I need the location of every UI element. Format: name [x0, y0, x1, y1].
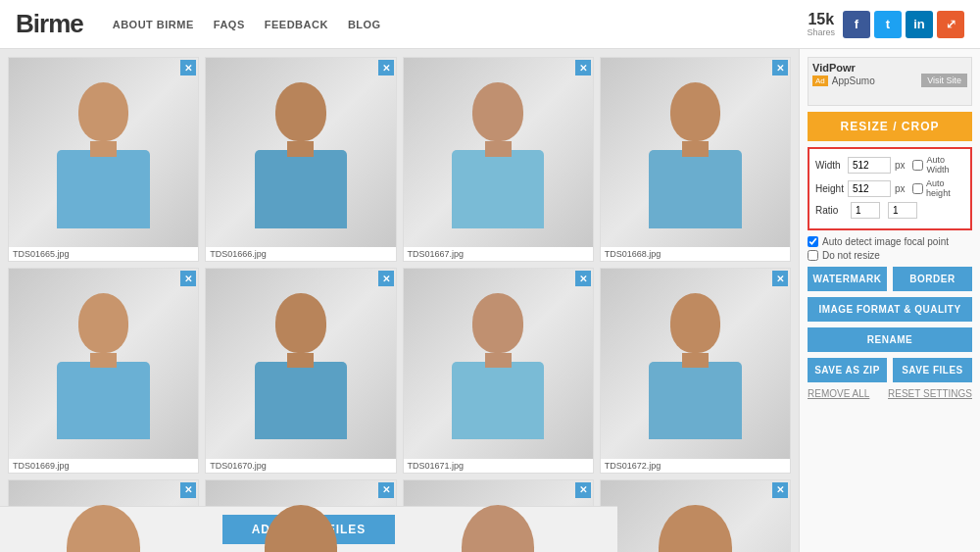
- width-input[interactable]: [848, 157, 891, 174]
- save-row: SAVE AS ZIP SAVE FILES: [808, 358, 972, 382]
- shares-label: Shares: [807, 27, 835, 37]
- logo[interactable]: Birme: [16, 9, 83, 39]
- visit-site-button[interactable]: Visit Site: [921, 74, 967, 87]
- image-cell[interactable]: ✕ TDS01670.jpg: [205, 268, 396, 473]
- link-row: REMOVE ALL RESET SETTINGS: [808, 388, 972, 399]
- remove-image-button[interactable]: ✕: [575, 60, 591, 75]
- image-cell[interactable]: ✕ TDS01665.jpg: [8, 57, 199, 262]
- remove-image-button[interactable]: ✕: [772, 271, 788, 286]
- image-filename: TDS01671.jpg: [404, 459, 593, 473]
- remove-image-button[interactable]: ✕: [772, 482, 788, 498]
- auto-detect-option[interactable]: Auto detect image focal point: [808, 236, 972, 247]
- image-filename: TDS01668.jpg: [601, 247, 790, 261]
- remove-image-button[interactable]: ✕: [180, 271, 196, 286]
- image-cell[interactable]: ✕ TDS01668.jpg: [600, 57, 791, 262]
- facebook-button[interactable]: f: [843, 11, 870, 38]
- ratio-h-input[interactable]: [888, 202, 917, 219]
- image-cell[interactable]: ✕ TDS01667.jpg: [403, 57, 594, 262]
- nav: ABOUT BIRME FAQS FEEDBACK BLOG: [113, 19, 381, 30]
- image-cell[interactable]: ✕ TDS01669.jpg: [8, 268, 199, 473]
- height-row: Height px Auto height: [815, 178, 964, 198]
- do-not-resize-option[interactable]: Do not resize: [808, 250, 972, 261]
- reset-settings-button[interactable]: RESET SETTINGS: [888, 388, 972, 399]
- remove-image-button[interactable]: ✕: [180, 482, 196, 498]
- nav-feedback[interactable]: FEEDBACK: [265, 19, 328, 30]
- ad-header: Ad AppSumo Visit Site: [812, 74, 967, 87]
- sidebar: VidPowr Ad AppSumo Visit Site RESIZE / C…: [799, 49, 980, 552]
- auto-width-checkbox[interactable]: [912, 160, 923, 171]
- watermark-border-row: WATERMARK BORDER: [808, 267, 972, 291]
- ad-company: AppSumo: [832, 75, 875, 86]
- share-button[interactable]: ⤢: [937, 11, 964, 38]
- image-cell[interactable]: ✕ TDS01671.jpg: [403, 268, 594, 473]
- watermark-button[interactable]: WATERMARK: [808, 267, 887, 291]
- width-label: Width: [815, 160, 844, 171]
- ratio-label: Ratio: [815, 205, 847, 216]
- shares-count: 15k: [808, 12, 834, 27]
- save-zip-button[interactable]: SAVE AS ZIP: [808, 358, 887, 382]
- ad-label: Ad: [812, 75, 828, 86]
- ratio-row: Ratio: [815, 202, 964, 219]
- logo-me: me: [48, 9, 83, 38]
- nav-about[interactable]: ABOUT BIRME: [113, 19, 194, 30]
- remove-image-button[interactable]: ✕: [772, 60, 788, 75]
- main: ✕ TDS01665.jpg ✕: [0, 49, 980, 552]
- image-filename: TDS01670.jpg: [206, 459, 395, 473]
- options-row: Auto detect image focal point Do not res…: [808, 236, 972, 261]
- auto-height-checkbox[interactable]: [912, 183, 923, 194]
- ad-title: VidPowr: [812, 62, 967, 74]
- remove-image-button[interactable]: ✕: [180, 60, 196, 75]
- ad-box: VidPowr Ad AppSumo Visit Site: [808, 57, 972, 106]
- resize-panel: Width px Auto Width Height px Auto heigh…: [808, 147, 972, 230]
- nav-faqs[interactable]: FAQS: [214, 19, 245, 30]
- remove-image-button[interactable]: ✕: [378, 60, 394, 75]
- width-row: Width px Auto Width: [815, 155, 964, 175]
- linkedin-button[interactable]: in: [906, 11, 933, 38]
- do-not-resize-checkbox[interactable]: [808, 250, 818, 261]
- nav-blog[interactable]: BLOG: [348, 19, 381, 30]
- image-cell[interactable]: ✕ TDS01672.jpg: [600, 268, 791, 473]
- image-filename: TDS01672.jpg: [601, 459, 790, 473]
- image-filename: TDS01669.jpg: [9, 459, 198, 473]
- image-cell[interactable]: ✕ TDS01694.jpg: [600, 479, 791, 553]
- image-format-button[interactable]: IMAGE FORMAT & QUALITY: [808, 297, 972, 322]
- remove-image-button[interactable]: ✕: [378, 482, 394, 498]
- save-files-button[interactable]: SAVE FILES: [893, 358, 972, 382]
- image-area[interactable]: ✕ TDS01665.jpg ✕: [0, 49, 799, 552]
- image-grid: ✕ TDS01665.jpg ✕: [8, 57, 791, 552]
- remove-image-button[interactable]: ✕: [575, 482, 591, 498]
- border-button[interactable]: BORDER: [893, 267, 972, 291]
- auto-width-label[interactable]: Auto Width: [912, 155, 964, 175]
- height-unit: px: [895, 183, 908, 194]
- social-bar: 15k Shares f t in ⤢: [807, 11, 964, 38]
- height-input[interactable]: [848, 180, 891, 197]
- remove-image-button[interactable]: ✕: [575, 271, 591, 286]
- twitter-button[interactable]: t: [874, 11, 902, 38]
- ratio-w-input[interactable]: [851, 202, 880, 219]
- width-unit: px: [895, 160, 908, 171]
- auto-detect-checkbox[interactable]: [808, 236, 818, 247]
- remove-all-button[interactable]: REMOVE ALL: [808, 388, 869, 399]
- shares-box: 15k Shares: [807, 12, 835, 37]
- logo-bir: Bir: [16, 9, 48, 38]
- header: Birme ABOUT BIRME FAQS FEEDBACK BLOG 15k…: [0, 0, 980, 49]
- rename-button[interactable]: RENAME: [808, 327, 972, 352]
- auto-height-label[interactable]: Auto height: [912, 178, 964, 198]
- resize-crop-button[interactable]: RESIZE / CROP: [808, 112, 972, 141]
- image-filename: TDS01665.jpg: [9, 247, 198, 261]
- image-filename: TDS01667.jpg: [404, 247, 593, 261]
- remove-image-button[interactable]: ✕: [378, 271, 394, 286]
- image-filename: TDS01666.jpg: [206, 247, 395, 261]
- height-label: Height: [815, 183, 844, 194]
- image-cell[interactable]: ✕ TDS01666.jpg: [205, 57, 396, 262]
